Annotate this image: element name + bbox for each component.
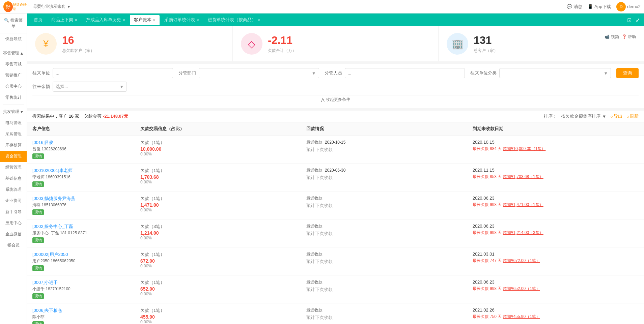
payment-info-6: 最近收款 预计下次收款 (306, 307, 472, 321)
user-profile[interactable]: D demo2 (616, 2, 641, 11)
customer-tag-1: 现销 (32, 181, 44, 187)
table-row: [0007]小进千 小进千 18279152100 现销 欠款（1笔） 652.… (27, 275, 644, 303)
debt-info-4: 欠款（1笔） 672.00 0.00% (140, 252, 306, 268)
filter-balance: 往来余额 选择... ▼ (32, 82, 127, 92)
tab-close-purchase[interactable]: ✕ (196, 18, 199, 22)
search-button[interactable]: 查询 (616, 68, 639, 78)
collapse-filter-btn[interactable]: ⋀ 收起更多条件 (32, 95, 639, 104)
maximize-window-btn[interactable]: ⤢ (634, 16, 641, 24)
balance-label: 往来余额 (32, 84, 50, 90)
sidebar-item-retail-stat[interactable]: 零售统计 (0, 92, 27, 103)
customer-phone-0: 吕俊 13026203696 (32, 146, 140, 152)
tab-production-history[interactable]: 产成品入库单历史 ✕ (82, 15, 129, 25)
export-icon: ○ (610, 114, 613, 119)
sidebar-item-basic-info[interactable]: 基础信息 (0, 173, 27, 184)
filter-row-1: 往来单位 ... 分管部门 ▼ 分管人员 (32, 68, 639, 78)
col-header-payment: 回款情况 (306, 126, 472, 132)
table-container: 客户信息 欠款交易信息（占比） 回款情况 到期未收款日期 [0016]吕俊 吕俊… (27, 122, 644, 324)
unit-category-input[interactable]: ▼ (499, 68, 611, 78)
table-row: [0001020001]李老师 李老师 18600391516 现销 欠款（1笔… (27, 164, 644, 192)
stat-card-total-customers: 🏢 131 📹 视频 ❓ 帮助 总客户（家） (439, 26, 644, 61)
customer-name-5[interactable]: [0007]小进千 (32, 279, 140, 286)
sidebar-item-vip[interactable]: 畅会员 (0, 240, 27, 251)
overdue-link-2[interactable]: 超期¥1,471.00（1笔） (503, 202, 543, 207)
tab-product-list[interactable]: 商品上下架 ✕ (47, 15, 81, 25)
filter-person: 分管人员 ... (325, 68, 465, 78)
tab-close-customer[interactable]: ✕ (153, 18, 156, 22)
sidebar-item-enterprise[interactable]: 企业协同 (0, 195, 27, 206)
customer-name-6[interactable]: [0006]去下粮仓 (32, 307, 140, 314)
sidebar-item-purchase[interactable]: 采购管理 (0, 128, 27, 140)
tab-inbound-stat[interactable]: 进货单统计表（按商品） ✕ (204, 15, 264, 25)
overdue-link-1[interactable]: 超期¥1,703.68（1笔） (503, 174, 543, 179)
sidebar-item-finance[interactable]: 资金管理 (0, 151, 27, 162)
sort-select[interactable]: 按欠款金额倒序排序 ▼ (561, 113, 606, 119)
customer-name-0[interactable]: [0016]吕俊 (32, 140, 140, 146)
main-layout: 🔍 搜索菜单 快捷导航 零售管理▲ 零售商城 营销推广 会员中心 零售统计 批发… (0, 13, 644, 324)
logo-area: 好 畅捷通好生意 (3, 1, 30, 12)
customer-name-2[interactable]: [0003]畅捷服务尹海燕 (32, 196, 140, 202)
export-btn[interactable]: ○ 导出 (610, 113, 622, 119)
tab-close-product[interactable]: ✕ (75, 18, 77, 22)
sidebar-item-retail-mgmt[interactable]: 零售管理▲ (0, 48, 27, 59)
due-info-6: 2021.02.26 最长欠款 750 天 超期¥455.90（1笔） (473, 307, 639, 320)
source-unit-input[interactable]: ... (53, 68, 173, 78)
sidebar-item-system[interactable]: 系统管理 (0, 184, 27, 195)
balance-input[interactable]: 选择... ▼ (53, 82, 127, 92)
sidebar-item-retail-store[interactable]: 零售商城 (0, 59, 27, 70)
due-info-0: 2020.10.15 最长欠款 884 天 超期¥10,000.00（1笔） (473, 140, 639, 152)
total-customers-info: 131 📹 视频 ❓ 帮助 总客户（家） (474, 34, 636, 54)
debt-amount-number: -2.11 (268, 34, 430, 47)
debt-info-6: 欠款（1笔） 455.90 0.00% (140, 307, 306, 324)
sidebar-item-quick-nav[interactable]: 快捷导航 (0, 33, 27, 45)
debt-amount-label: 欠款合计（万） (268, 48, 430, 54)
payment-info-4: 最近收款 预计下次收款 (306, 252, 472, 265)
restore-window-btn[interactable]: ⊡ (626, 16, 633, 24)
stat-card-debt-customers: ¥ 16 总欠款客户（家） (27, 26, 233, 61)
overdue-link-4[interactable]: 超期¥672.00（1笔） (503, 258, 540, 263)
overdue-link-0[interactable]: 超期¥10,000.00（1笔） (503, 146, 546, 151)
tab-close-production[interactable]: ✕ (122, 18, 125, 22)
customer-name-1[interactable]: [0001020001]李老师 (32, 168, 140, 174)
sidebar-item-marketing[interactable]: 营销推广 (0, 70, 27, 81)
table-row: [000002]用户2050 用户2050 18665062050 现销 欠款（… (27, 247, 644, 275)
sidebar-item-newbie[interactable]: 新手引导 (0, 206, 27, 217)
results-bar: 搜索结果中，客户 16 家 欠款金额 -21,148.07元 排序： 按欠款金额… (27, 111, 644, 122)
sidebar: 🔍 搜索菜单 快捷导航 零售管理▲ 零售商城 营销推广 会员中心 零售统计 批发… (0, 13, 27, 324)
due-info-5: 2020.06.23 最长欠款 998 天 超期¥652.00（1笔） (473, 279, 639, 292)
customer-phone-4: 用户2050 18665062050 (32, 258, 140, 264)
app-download-btn[interactable]: 📱 App下载 (588, 4, 611, 10)
sidebar-item-app-center[interactable]: 应用中心 (0, 217, 27, 229)
sidebar-item-batch-mgmt[interactable]: 批发管理▼ (0, 106, 27, 117)
sidebar-item-ecommerce[interactable]: 电商管理 (0, 117, 27, 128)
search-menu-btn[interactable]: 🔍 搜索菜单 (3, 16, 24, 30)
person-input[interactable]: ... (345, 68, 465, 78)
customer-tag-5: 现销 (32, 293, 44, 299)
overdue-link-6[interactable]: 超期¥455.90（1笔） (503, 314, 540, 319)
tab-customer-account[interactable]: 客户账本 ✕ (130, 15, 160, 25)
sidebar-item-member[interactable]: 会员中心 (0, 81, 27, 92)
tab-home[interactable]: 首页 (30, 15, 47, 25)
overdue-link-3[interactable]: 超期¥1,214.00（3笔） (503, 230, 543, 235)
customer-name-4[interactable]: [000002]用户2050 (32, 252, 140, 258)
message-icon: 💬 (567, 4, 572, 9)
sidebar-search[interactable]: 🔍 搜索菜单 (0, 13, 27, 33)
refresh-btn[interactable]: ○ 刷新 (626, 113, 639, 119)
message-btn[interactable]: 💬 消息 (567, 4, 582, 10)
tab-purchase-order[interactable]: 采购订单统计表 ✕ (160, 15, 203, 25)
tab-close-inbound[interactable]: ✕ (257, 18, 260, 22)
payment-info-0: 最近收款 2020-10-15 预计下次收款 (306, 140, 472, 153)
customer-name-3[interactable]: [0002]服务中心_丁磊 (32, 224, 140, 230)
col-header-due: 到期未收款日期 (473, 126, 639, 132)
sort-actions: 排序： 按欠款金额倒序排序 ▼ ○ 导出 ○ 刷新 (544, 113, 639, 119)
table-row: [0002]服务中心_丁磊 服务中心_丁磊 181 0125 8371 现销 欠… (27, 219, 644, 247)
sidebar-item-operations[interactable]: 经营管理 (0, 162, 27, 173)
industry-selector[interactable]: 母婴行业演示账套 ▼ (33, 4, 71, 9)
overdue-link-5[interactable]: 超期¥652.00（1笔） (503, 286, 540, 291)
customer-tag-4: 现销 (32, 265, 44, 271)
sidebar-item-inventory[interactable]: 库存核算 (0, 140, 27, 151)
dept-input[interactable]: ▼ (199, 68, 319, 78)
sidebar-item-wechat[interactable]: 企业微信 (0, 229, 27, 240)
customer-phone-1: 李老师 18600391516 (32, 174, 140, 180)
filter-row-2: 往来余额 选择... ▼ (32, 82, 639, 92)
